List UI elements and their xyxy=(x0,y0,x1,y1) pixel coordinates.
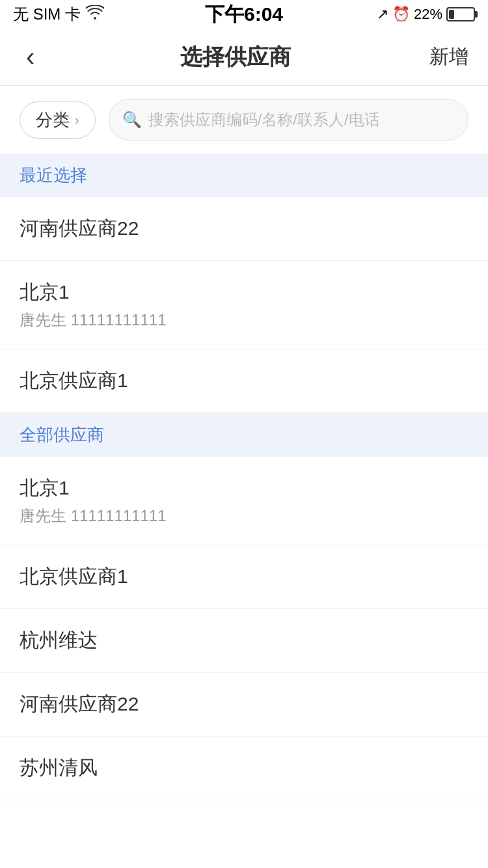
item-sub: 唐先生 11111111111 xyxy=(20,310,468,331)
item-name: 北京供应商1 xyxy=(20,563,468,590)
list-item[interactable]: 河南供应商22 xyxy=(0,197,488,261)
list-item[interactable]: 河南供应商22 xyxy=(0,673,488,737)
search-box[interactable]: 🔍 搜索供应商编码/名称/联系人/电话 xyxy=(109,99,468,141)
list-item[interactable]: 北京1唐先生 11111111111 xyxy=(0,261,488,349)
add-button[interactable]: 新增 xyxy=(429,44,468,70)
category-label: 分类 xyxy=(36,109,70,131)
list-item[interactable]: 杭州维达 xyxy=(0,609,488,673)
all-section-header: 全部供应商 xyxy=(0,413,488,457)
search-icon: 🔍 xyxy=(122,111,142,129)
recent-section-label: 最近选择 xyxy=(20,165,87,185)
location-icon: ↗ xyxy=(377,6,388,23)
list-item[interactable]: 北京1唐先生 11111111111 xyxy=(0,457,488,545)
nav-bar: ‹ 选择供应商 新增 xyxy=(0,29,488,86)
list-item[interactable]: 北京供应商1 xyxy=(0,349,488,413)
category-button[interactable]: 分类 › xyxy=(20,102,96,139)
list-item[interactable]: 北京供应商1 xyxy=(0,545,488,609)
chevron-right-icon: › xyxy=(75,113,79,128)
item-name: 北京供应商1 xyxy=(20,368,468,394)
item-name: 河南供应商22 xyxy=(20,691,468,718)
back-button[interactable]: ‹ xyxy=(20,36,41,78)
battery-icon xyxy=(446,7,475,21)
all-section-label: 全部供应商 xyxy=(20,425,104,444)
item-name: 河南供应商22 xyxy=(20,215,468,242)
recent-section-header: 最近选择 xyxy=(0,154,488,197)
item-name: 苏州清风 xyxy=(20,755,468,781)
page-title: 选择供应商 xyxy=(180,42,291,72)
no-sim-text: 无 SIM 卡 xyxy=(13,4,81,25)
battery-percent: 22% xyxy=(414,6,442,23)
item-name: 北京1 xyxy=(20,475,468,502)
status-time: 下午6:04 xyxy=(205,1,283,28)
status-bar: 无 SIM 卡 下午6:04 ↗ ⏰ 22% xyxy=(0,0,488,29)
search-placeholder: 搜索供应商编码/名称/联系人/电话 xyxy=(148,109,380,130)
list-item[interactable]: 苏州清风 xyxy=(0,737,488,800)
filter-bar: 分类 › 🔍 搜索供应商编码/名称/联系人/电话 xyxy=(0,86,488,154)
item-name: 北京1 xyxy=(20,279,468,306)
all-items-list: 北京1唐先生 11111111111北京供应商1杭州维达河南供应商22苏州清风 xyxy=(0,457,488,800)
status-left: 无 SIM 卡 xyxy=(13,4,104,25)
alarm-icon: ⏰ xyxy=(392,6,410,23)
recent-items-list: 河南供应商22北京1唐先生 11111111111北京供应商1 xyxy=(0,197,488,413)
item-name: 杭州维达 xyxy=(20,627,468,654)
item-sub: 唐先生 11111111111 xyxy=(20,506,468,526)
status-right: ↗ ⏰ 22% xyxy=(377,6,475,23)
wifi-icon xyxy=(86,5,104,23)
